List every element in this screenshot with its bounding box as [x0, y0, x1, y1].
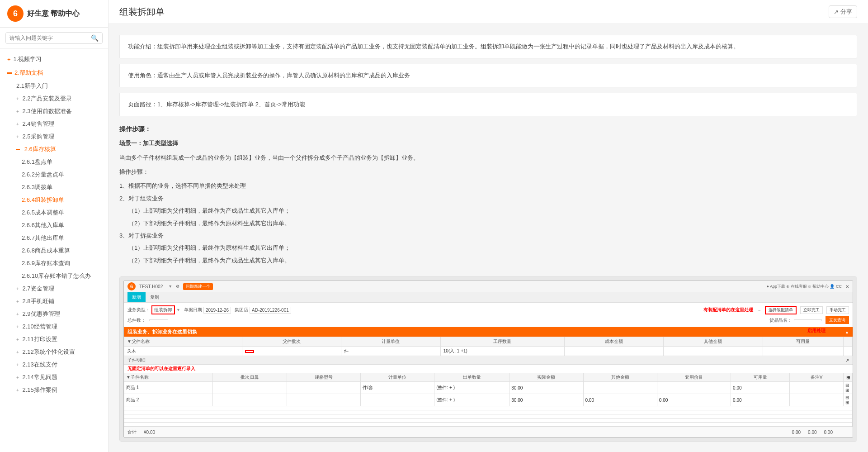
sidebar-item-2-6-6[interactable]: 2.6.6其他入库单: [0, 219, 108, 232]
th-parent-batch: 父件批次: [242, 337, 341, 347]
th-parent-name: ▼父件名称: [124, 337, 242, 347]
steps-section: 操作步骤： 场景一：加工类型选择 当由多个子件材料组装成一个成品的业务为【组装】…: [119, 122, 857, 271]
btn-ok[interactable]: 立即完工: [800, 306, 823, 314]
td-parent-batch: [242, 347, 341, 356]
td-spec-2: [287, 394, 360, 406]
app-logo: 6: [127, 282, 136, 290]
upper-table-row: 关木 件 10(入: 1 +1): [124, 347, 853, 356]
sidebar-item-help-docs[interactable]: 2.帮助文档: [0, 66, 108, 80]
sidebar-item-2-14[interactable]: + 2.14常见问题: [0, 371, 108, 384]
sidebar-item-purchase[interactable]: + 2.5采购管理: [0, 130, 108, 143]
sidebar-item-2-6-3[interactable]: 2.6.3调拨单: [0, 181, 108, 194]
share-icon: ↗: [834, 9, 839, 15]
nav-list: + 1.视频学习 2.帮助文档 2.1新手入门 + 2.2产品安装及登录 + 2…: [0, 49, 108, 452]
search-wrapper[interactable]: 🔍: [5, 32, 103, 44]
td-parent-name: 关木: [124, 347, 242, 356]
td-unit-1: 件/套: [360, 382, 434, 394]
sidebar-item-2-13[interactable]: + 2.13在线支付: [0, 358, 108, 371]
th-avail: 可用量: [763, 337, 843, 347]
td-avail-1: 0.00: [731, 382, 790, 394]
sidebar-item-2-7[interactable]: + 2.7资金管理: [0, 282, 108, 295]
sidebar-item-2-12[interactable]: + 2.12系统个性化设置: [0, 346, 108, 358]
sidebar-item-newbie[interactable]: 2.1新手入门: [0, 80, 108, 92]
rf-label: 货品品名：: [769, 317, 792, 324]
step1: 1、根据不同的业务，选择不同单据的类型来处理: [119, 181, 857, 191]
app-tab-new[interactable]: 新增: [127, 292, 146, 302]
td-avail: [763, 347, 843, 356]
step2-2: （2）下部明细为子件明细，最终作为原材料生成其它出库单。: [119, 218, 857, 228]
sidebar-item-2-6-5[interactable]: 2.6.5成本调整单: [0, 206, 108, 219]
main-area: 组装拆卸单 ↗ 分享 功能介绍：组装拆卸单用来处理企业组装或拆卸等加工业务，支持…: [108, 0, 868, 452]
th-sub-name: ▼子件名称: [124, 373, 213, 382]
sidebar-item-2-6-2[interactable]: 2.6.2分量盘点单: [0, 168, 108, 181]
th-price-plan: 套用价目: [657, 373, 731, 382]
footer-total4: 0.00: [824, 430, 833, 435]
upper-table: ▼父件名称 父件批次 计量单位 工序数量 成本金额 其他金额 可用量: [124, 337, 853, 356]
app-nav-tabs: 新增 复制: [124, 292, 853, 303]
sidebar-item-2-8[interactable]: + 2.8手机旺铺: [0, 295, 108, 308]
sidebar-item-2-6-8[interactable]: 2.6.8商品成本重算: [0, 244, 108, 257]
app-tab-copy[interactable]: 复制: [146, 292, 164, 302]
sidebar-item-2-10[interactable]: + 2.10经营管理: [0, 320, 108, 333]
step2-1: （1）上部明细为父件明细，最终作为产成品生成其它入库单；: [119, 205, 857, 216]
btn-query[interactable]: 立发查询: [826, 316, 849, 324]
field-type-label: 业务类型：: [127, 307, 150, 313]
btn-select-assembly[interactable]: 选择装配清单: [765, 306, 797, 314]
type-banner-text: 组装业务、拆卸业务在这里切换: [127, 328, 197, 335]
app-form-fields: 业务类型： 组装拆卸 ▼ 单据日期 2019-12-26 集团店 AD-2019…: [127, 305, 849, 314]
sidebar-item-2-6-7[interactable]: 2.6.7其他出库单: [0, 232, 108, 244]
upper-table-container: ▼父件名称 父件批次 计量单位 工序数量 成本金额 其他金额 可用量: [124, 337, 853, 356]
lower-row-1: 商品 1 件/套 (整件: + ) 30.00 0.00: [124, 382, 853, 394]
sidebar-item-2-6-9[interactable]: 2.6.9库存账本查询: [0, 257, 108, 270]
sidebar-item-inventory[interactable]: 2.6库存核算: [0, 143, 108, 156]
sidebar-item-sales[interactable]: + 2.4销售管理: [0, 118, 108, 130]
app-close-icon[interactable]: ✕: [845, 284, 849, 289]
type-banner: 组装业务、拆卸业务在这里切换 ▲: [124, 327, 853, 337]
search-input[interactable]: [9, 35, 91, 41]
step2: 2、对于组装业务: [119, 193, 857, 204]
sidebar-item-2-6-4[interactable]: 2.6.4组装拆卸单: [0, 194, 108, 206]
sidebar-item-2-15[interactable]: + 2.15操作案例: [0, 384, 108, 396]
field-date-label: 单据日期: [184, 307, 202, 313]
td-sub-name-1: 商品 1: [124, 382, 213, 394]
search-icon[interactable]: 🔍: [91, 34, 99, 42]
sidebar-item-install[interactable]: + 2.2产品安装及登录: [0, 92, 108, 105]
scene1-label: 场景一：加工类型选择: [119, 140, 178, 147]
td-other: [664, 347, 763, 356]
search-box: 🔍: [0, 28, 108, 49]
brand-name: 好生意 帮助中心: [27, 9, 80, 19]
batch-highlight: [245, 350, 254, 353]
app-new-btn[interactable]: 同期新建一个: [183, 283, 213, 290]
sidebar-item-video[interactable]: + 1.视频学习: [0, 52, 108, 66]
share-button[interactable]: ↗ 分享: [829, 5, 857, 18]
th-out-qty: 出单数量: [434, 373, 509, 382]
lower-section-label: 子件明细: [127, 357, 146, 363]
sidebar-item-2-6-10[interactable]: 2.6.10库存账本错了怎么办: [0, 270, 108, 282]
sidebar-item-data-prep[interactable]: + 2.3使用前数据准备: [0, 105, 108, 118]
field-date-value: 2019-12-26: [203, 307, 231, 314]
annotation-no-bom: 无固定清单的可以在这里逐行录入: [124, 365, 853, 373]
step3-1: （1）上部明细为父件明细，最终作为原材料生成其它出库单；: [119, 243, 857, 253]
expand-icon-lower: ↗: [845, 358, 849, 363]
role-box: 使用角色：通常由生产人员或库管人员完成折装业务的操作，库管人员确认原材料的出库和…: [119, 64, 857, 87]
sidebar-item-2-11[interactable]: + 2.11打印设置: [0, 333, 108, 346]
lower-table: ▼子件名称 批次归属 规格型号 计量单位 出单数量 实际金额 其他金额 套用价目…: [124, 373, 853, 427]
steps-label: 操作步骤：: [119, 167, 857, 177]
td-other-2: 0.00: [583, 394, 657, 406]
td-price-1: [657, 382, 731, 394]
th-other-amt: 其他金额: [583, 373, 657, 382]
form-count-label: 总件数：: [127, 317, 146, 324]
td-remark-2: [790, 394, 844, 406]
th-spec: 规格型号: [287, 373, 360, 382]
lower-section-header: 子件明细 ↗: [124, 356, 853, 365]
footer-label: 合计: [127, 429, 137, 435]
sidebar-item-2-9[interactable]: + 2.9优惠券管理: [0, 308, 108, 320]
th-other: 其他金额: [664, 337, 763, 347]
collapse-icon[interactable]: ▲: [845, 330, 849, 334]
path-box: 页面路径：1、库存核算->库存管理->组装拆卸单 2、首页->常用功能: [119, 93, 857, 116]
sidebar-item-2-6-1[interactable]: 2.6.1盘点单: [0, 156, 108, 168]
lower-row-4: [124, 410, 853, 414]
td-action-2: ⊟ ⊞: [844, 394, 853, 406]
btn-manual[interactable]: 手动完工: [826, 306, 849, 314]
footer-total2: 0.00: [792, 430, 801, 435]
